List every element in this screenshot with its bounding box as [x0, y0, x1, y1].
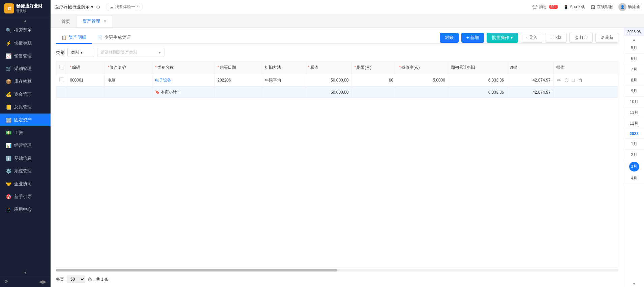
sidebar-item-quick-nav[interactable]: ⚡快捷导航	[0, 37, 51, 50]
refresh-button[interactable]: ↺ 刷新	[595, 33, 618, 43]
category-dropdown-icon: ▾	[159, 50, 161, 55]
tab-close-icon[interactable]: ✕	[103, 19, 106, 23]
refresh-icon: ↺	[601, 35, 604, 40]
calendar-month-2月[interactable]: 2月	[624, 150, 644, 160]
sidebar-item-sales[interactable]: 📈销售管理	[0, 50, 51, 62]
sub-tab-asset-detail[interactable]: 📋 资产明细	[56, 32, 92, 44]
sidebar-item-enterprise[interactable]: 🤝企业协同	[0, 178, 51, 190]
collapse-icon[interactable]: ◀▶	[39, 279, 47, 284]
sidebar-item-operations[interactable]: 📊经营管理	[0, 139, 51, 152]
tab-home[interactable]: 首页	[56, 16, 75, 27]
sidebar-item-search[interactable]: 🔍搜索菜单	[0, 24, 51, 37]
print-button[interactable]: 🖨 打印	[569, 33, 593, 43]
sidebar-item-purchase[interactable]: 🛒采购管理	[0, 62, 51, 75]
match-button[interactable]: 对账	[440, 33, 459, 43]
new-button[interactable]: + 新增	[461, 33, 484, 43]
category-placeholder: 请选择固定资产类别	[101, 50, 137, 55]
select-all-header[interactable]	[56, 61, 67, 74]
select-all-checkbox[interactable]	[59, 65, 64, 69]
category-filter-label: 类别	[56, 50, 65, 56]
calendar-month-9月[interactable]: 9月	[624, 86, 644, 97]
sidebar-scroll-down[interactable]: ▼	[0, 269, 51, 276]
sidebar-item-funds[interactable]: 💰资金管理	[0, 88, 51, 101]
nav-icon-sales: 📈	[5, 53, 11, 59]
cell-depreciation-method: 年限平均	[262, 74, 305, 87]
sidebar: 财 畅捷通好业财 普及版 ▲ 🔍搜索菜单⚡快捷导航📈销售管理🛒采购管理📦库存核算…	[0, 0, 51, 287]
calendar-month-12月[interactable]: 12月	[624, 118, 644, 129]
cell-residual-rate: 5.0000	[396, 74, 448, 87]
nav-icon-app-center: 📱	[5, 207, 11, 212]
sidebar-item-app-center[interactable]: 📱应用中心	[0, 203, 51, 216]
toolbar-actions: 对账 + 新增 批量操作 ▾ ↑ 导入 ↓ 下载 🖨	[440, 33, 618, 43]
asset-table: *编码 *资产名称 *类别名称 *购买日期 折旧方法 *原值 *期限(月) *残…	[56, 61, 618, 267]
download-button[interactable]: ↓ 下载	[545, 33, 566, 43]
batch-button[interactable]: 批量操作 ▾	[487, 33, 518, 43]
message-action[interactable]: 💬 消息 99+	[532, 4, 558, 10]
calendar-month-10月[interactable]: 10月	[624, 97, 644, 107]
nav-label-app-center: 应用中心	[14, 206, 32, 213]
sidebar-item-fixed-assets[interactable]: 🏢固定资产	[0, 114, 51, 126]
calendar-month-1月[interactable]: 1月	[624, 139, 644, 150]
cell-category: 电子设备	[152, 74, 215, 87]
company-selector[interactable]: 医疗器械行业演示 ▾	[55, 4, 93, 10]
col-period: *期限(月)	[351, 61, 396, 74]
row-checkbox-cell[interactable]	[56, 74, 67, 87]
change-voucher-label: 变更生成凭证	[104, 34, 131, 40]
category-type-select[interactable]: 类别 ▾	[67, 48, 94, 57]
download-label: 下载	[553, 35, 561, 40]
service-icon: 🎧	[590, 5, 595, 9]
batch-label: 批量操作	[492, 35, 509, 41]
calendar-months: 5月6月7月8月9月10月11月12月20231月2月3月4月	[624, 43, 644, 280]
scrollbar-thumb[interactable]	[56, 269, 337, 272]
nav-icon-funds: 💰	[5, 92, 11, 97]
more-icon[interactable]: □	[571, 77, 575, 84]
import-button[interactable]: ↑ 导入	[521, 33, 542, 43]
nav-icon-quick-nav: ⚡	[5, 40, 11, 46]
experience-button[interactable]: ☁ 我要体验一下	[106, 3, 143, 11]
sidebar-scroll-up[interactable]: ▲	[0, 17, 51, 24]
horizontal-scrollbar[interactable]	[56, 269, 618, 272]
calendar-month-8月[interactable]: 8月	[624, 75, 644, 86]
download-action[interactable]: 📱 App下载	[563, 4, 585, 10]
calendar-month-5月[interactable]: 5月	[624, 43, 644, 54]
subtotal-row: 🔖 本页小计： 50,000.00 6,333.36 42,874.97	[56, 87, 618, 98]
service-action[interactable]: 🎧 在线客服	[590, 4, 613, 10]
right-sidebar: 2023.03 ▲ 5月6月7月8月9月10月11月12月20231月2月3月4…	[624, 28, 644, 287]
tab-asset-management[interactable]: 资产管理 ✕	[77, 15, 112, 27]
sub-tab-change-voucher[interactable]: 📄 变更生成凭证	[92, 32, 136, 44]
sidebar-item-general-ledger[interactable]: 📒总账管理	[0, 101, 51, 114]
page-tabs: 首页 资产管理 ✕	[51, 14, 644, 28]
calendar-month-11月[interactable]: 11月	[624, 107, 644, 118]
calendar-scroll-up[interactable]: ▲	[624, 36, 644, 43]
calendar-month-7月[interactable]: 7月	[624, 64, 644, 75]
cell-net-value: 42,874.97	[507, 74, 553, 87]
user-name: 畅捷通	[628, 4, 640, 10]
copy-icon[interactable]: ⬡	[564, 77, 569, 84]
sidebar-item-inventory[interactable]: 📦库存核算	[0, 75, 51, 88]
sidebar-item-basic-info[interactable]: ℹ️基础信息	[0, 152, 51, 165]
row-checkbox[interactable]	[59, 77, 64, 82]
user-action[interactable]: 👤 畅捷通	[618, 3, 640, 11]
calendar-year-month: 2023.03	[627, 30, 641, 34]
per-page-select[interactable]: 50 10 20 100	[67, 276, 85, 283]
calendar-scroll-down[interactable]: ▼	[624, 280, 644, 287]
category-input[interactable]: 请选择固定资产类别 ▾	[97, 48, 164, 57]
filter-row: 类别 类别 ▾ 请选择固定资产类别 ▾	[56, 48, 618, 57]
nav-label-purchase: 采购管理	[14, 66, 32, 72]
calendar-month-4月[interactable]: 4月	[624, 173, 644, 184]
col-name: *资产名称	[105, 61, 152, 74]
sidebar-item-guide[interactable]: 🎯新手引导	[0, 190, 51, 203]
calendar-month-3月[interactable]: 3月	[629, 162, 639, 172]
edit-icon[interactable]: ✏	[556, 77, 562, 84]
sub-tabs: 📋 资产明细 📄 变更生成凭证 对账 + 新增 批量操作 ▾ ↑	[56, 32, 618, 44]
nav-icon-enterprise: 🤝	[5, 181, 11, 187]
logo-sub: 普及版	[16, 9, 42, 13]
calendar-month-6月[interactable]: 6月	[624, 54, 644, 64]
nav-icon-general-ledger: 📒	[5, 104, 11, 110]
settings-icon[interactable]: ⚙	[4, 279, 8, 284]
sidebar-item-system[interactable]: ⚙️系统管理	[0, 165, 51, 178]
topbar-gear-icon[interactable]: ⚙	[96, 4, 100, 10]
type-dropdown-icon: ▾	[81, 50, 83, 55]
delete-icon[interactable]: 🗑	[577, 77, 583, 84]
sidebar-item-payroll[interactable]: 💵工资	[0, 126, 51, 139]
